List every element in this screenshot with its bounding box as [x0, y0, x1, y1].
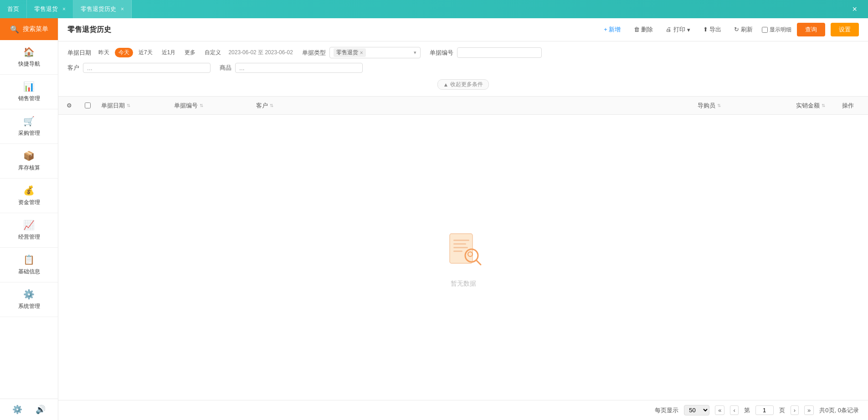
settings-gear-icon[interactable]: ⚙️ — [12, 405, 22, 415]
filter-goods: 商品 ... — [220, 63, 363, 73]
sidebar-item-basic-info[interactable]: 📋 基础信息 — [0, 248, 58, 282]
empty-text: 暂无数据 — [451, 280, 476, 288]
settings-button-label: 设置 — [839, 26, 851, 33]
customer-label: 客户 — [67, 64, 79, 72]
th-guide-label: 导购员 — [698, 102, 715, 110]
volume-icon[interactable]: 🔊 — [36, 405, 46, 415]
date-opt-today[interactable]: 今天 — [115, 48, 133, 57]
sidebar-item-system-label: 系统管理 — [18, 302, 40, 310]
th-amount-label: 实销金额 — [796, 102, 820, 110]
filter-row-1: 单据日期 昨天 今天 近7天 近1月 更多 自定义 2023-06-02 至 2… — [67, 47, 859, 58]
print-button-label: 🖨 打印 — [666, 26, 685, 34]
th-date: 单据日期 ⇅ — [97, 102, 169, 110]
customer-select[interactable]: ... — [83, 63, 211, 73]
sidebar-item-quick-nav[interactable]: 🏠 快捷导航 — [0, 40, 58, 75]
sidebar-item-sales[interactable]: 📊 销售管理 — [0, 75, 58, 109]
th-checkbox[interactable] — [78, 102, 97, 108]
sidebar-item-system[interactable]: ⚙️ 系统管理 — [0, 282, 58, 317]
window-close-button[interactable]: × — [848, 5, 861, 14]
tab-home[interactable]: 首页 — [0, 0, 27, 18]
th-order-number: 单据编号 ⇅ — [169, 102, 252, 110]
sidebar-search[interactable]: 🔍 搜索菜单 — [0, 18, 58, 40]
sidebar-item-purchase-label: 采购管理 — [18, 129, 40, 137]
tab-retail-return-close[interactable]: × — [62, 6, 66, 12]
filter-date: 单据日期 昨天 今天 近7天 近1月 更多 自定义 2023-06-02 至 2… — [67, 48, 293, 57]
filter-order-number: 单据编号 — [430, 47, 542, 58]
order-type-tag-value: 零售退货 — [336, 49, 358, 56]
sidebar-item-finance[interactable]: 💰 资金管理 — [0, 179, 58, 213]
show-detail-checkbox-label: 显示明细 — [762, 26, 791, 34]
show-detail-checkbox[interactable] — [762, 27, 768, 33]
total-info: 共0页, 0条记录 — [819, 406, 859, 415]
current-page-input[interactable] — [755, 405, 774, 415]
last-page-button[interactable]: » — [804, 405, 814, 415]
first-page-button[interactable]: « — [715, 405, 724, 415]
export-button[interactable]: ⬆ 导出 — [699, 24, 725, 36]
sidebar-item-basic-info-label: 基础信息 — [18, 268, 40, 276]
sidebar-item-quick-nav-label: 快捷导航 — [18, 60, 40, 68]
sidebar-item-sales-label: 销售管理 — [18, 95, 40, 102]
delete-button-label: 🗑 删除 — [634, 26, 653, 34]
order-type-dropdown-icon[interactable]: ▾ — [414, 50, 416, 56]
th-customer: 客户 ⇅ — [252, 102, 693, 110]
date-filter-label: 单据日期 — [67, 49, 91, 57]
th-amount-sort-icon[interactable]: ⇅ — [822, 103, 825, 108]
inventory-icon: 📦 — [23, 150, 35, 161]
date-opt-1month[interactable]: 近1月 — [158, 48, 180, 57]
date-opt-more[interactable]: 更多 — [181, 48, 199, 57]
prev-page-button[interactable]: ‹ — [730, 405, 738, 415]
order-type-tag-close[interactable]: × — [360, 50, 363, 56]
page-size-label: 每页显示 — [655, 406, 678, 415]
select-all-checkbox[interactable] — [85, 102, 91, 108]
tab-retail-return-history[interactable]: 零售退货历史 × — [73, 0, 132, 18]
th-order-sort-icon[interactable]: ⇅ — [200, 103, 203, 108]
purchase-icon: 🛒 — [23, 116, 35, 127]
th-date-label: 单据日期 — [101, 102, 125, 110]
th-action-label: 操作 — [842, 102, 854, 110]
print-dropdown-icon[interactable]: ▾ — [687, 26, 690, 33]
delete-button[interactable]: 🗑 删除 — [630, 24, 657, 36]
refresh-button[interactable]: ↻ 刷新 — [730, 24, 756, 36]
order-type-select[interactable]: 零售退货 × ▾ — [329, 47, 421, 58]
settings-button[interactable]: 设置 — [831, 23, 859, 36]
order-type-label: 单据类型 — [302, 49, 326, 57]
date-opt-custom[interactable]: 自定义 — [201, 48, 225, 57]
tab-retail-return-history-close[interactable]: × — [121, 6, 124, 12]
tab-retail-return[interactable]: 零售退货 × — [27, 0, 73, 18]
top-bar: 首页 零售退货 × 零售退货历史 × × — [0, 0, 868, 18]
topbar-right: × — [848, 5, 868, 14]
tab-list: 首页 零售退货 × 零售退货历史 × — [0, 0, 848, 18]
sidebar-item-purchase[interactable]: 🛒 采购管理 — [0, 109, 58, 144]
query-button[interactable]: 查询 — [797, 23, 825, 36]
order-number-input[interactable] — [457, 47, 542, 58]
date-opt-7days[interactable]: 近7天 — [135, 48, 156, 57]
basic-info-icon: 📋 — [23, 254, 35, 265]
goods-select[interactable]: ... — [235, 63, 363, 73]
print-button[interactable]: 🖨 打印 ▾ — [662, 24, 694, 36]
export-button-label: ⬆ 导出 — [703, 26, 722, 34]
table-area: ⚙ 单据日期 ⇅ 单据编号 ⇅ 客户 ⇅ 导购员 — [58, 97, 868, 400]
tab-retail-return-label: 零售退货 — [34, 5, 58, 13]
date-options: 昨天 今天 近7天 近1月 更多 自定义 — [95, 48, 225, 57]
page-size-select[interactable]: 10 20 50 100 — [684, 405, 709, 415]
filter-area: 单据日期 昨天 今天 近7天 近1月 更多 自定义 2023-06-02 至 2… — [58, 41, 868, 97]
next-page-button[interactable]: › — [791, 405, 799, 415]
finance-icon: 💰 — [23, 185, 35, 196]
table-settings-icon[interactable]: ⚙ — [67, 102, 72, 109]
th-action: 操作 — [830, 102, 866, 110]
th-date-sort-icon[interactable]: ⇅ — [127, 103, 130, 108]
th-settings[interactable]: ⚙ — [60, 102, 78, 109]
collapse-up-icon: ▲ — [443, 82, 449, 88]
query-button-label: 查询 — [805, 26, 817, 33]
goods-dots: ... — [239, 64, 245, 72]
date-opt-yesterday[interactable]: 昨天 — [95, 48, 113, 57]
th-guide-sort-icon[interactable]: ⇅ — [717, 103, 721, 108]
th-customer-sort-icon[interactable]: ⇅ — [270, 103, 273, 108]
collapse-button[interactable]: ▲ 收起更多条件 — [437, 79, 489, 90]
pagination-bar: 每页显示 10 20 50 100 « ‹ 第 页 › » 共0页, 0条记录 — [58, 400, 868, 420]
th-guide: 导购员 ⇅ — [693, 102, 766, 110]
sidebar-item-operations[interactable]: 📈 经营管理 — [0, 213, 58, 248]
new-button[interactable]: + 新增 — [600, 24, 624, 36]
sidebar-item-inventory[interactable]: 📦 库存核算 — [0, 144, 58, 179]
tab-home-label: 首页 — [7, 5, 19, 13]
